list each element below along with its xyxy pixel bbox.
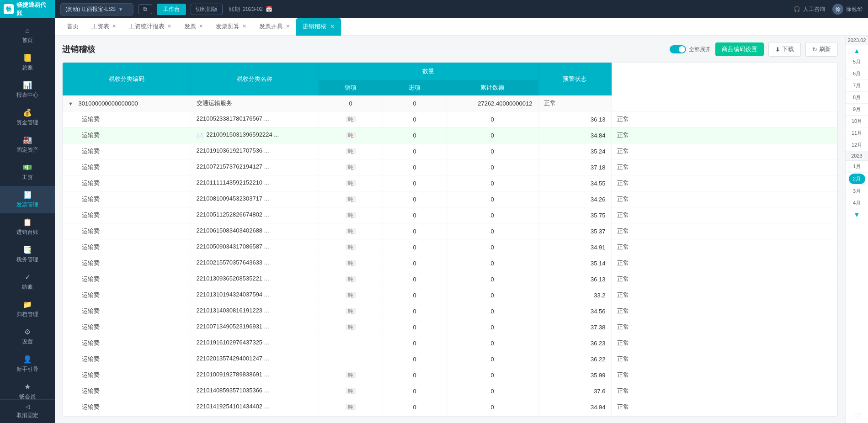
calendar-month-6[interactable]: 6月 xyxy=(846,68,868,80)
sales-cell: 0 xyxy=(383,239,447,255)
sidebar-item-label: 发票管理 xyxy=(16,201,38,209)
tab-invoice-calc-close-icon[interactable]: ✕ xyxy=(242,23,246,29)
sidebar-item-settlement[interactable]: ✓ 结账 xyxy=(0,268,55,296)
toggle-track[interactable] xyxy=(670,45,686,53)
tab-salary-stats[interactable]: 工资统计报表 ✕ xyxy=(122,18,178,36)
unit-tag: 吨 xyxy=(346,404,356,410)
tab-salary-close-icon[interactable]: ✕ xyxy=(112,23,116,29)
user-profile[interactable]: 徐 徐逸华 xyxy=(832,4,863,15)
copy-button[interactable]: ⧉ xyxy=(138,4,152,14)
sidebar-item-archive[interactable]: 📁 归档管理 xyxy=(0,296,55,323)
tab-invoice[interactable]: 发票 ✕ xyxy=(178,18,209,36)
sidebar-item-report-center[interactable]: 📊 报表中心 xyxy=(0,76,55,104)
invoice-no: 22100721573762194127 ... xyxy=(197,163,269,170)
invoice-no: 22100810094532303717 ... xyxy=(197,195,269,202)
purchase-cell: 0 xyxy=(447,335,538,351)
sidebar-item-settings[interactable]: ⚙ 设置 xyxy=(0,323,55,350)
tab-home[interactable]: 首页 xyxy=(60,18,85,36)
favorite-icon[interactable]: ♡ xyxy=(846,409,868,423)
archive-icon: 📁 xyxy=(23,300,32,309)
total-cell: 36.72 xyxy=(538,415,611,417)
invoice-no-cell: 22101910361921707536 ... xyxy=(191,143,319,159)
tab-purchase-close-icon[interactable]: ✕ xyxy=(330,23,335,30)
tag-cell: 吨 xyxy=(319,143,383,159)
table-row: 运输费22101910361921707536 ...吨0035.24正常 xyxy=(63,143,837,159)
child-name: 运输费 xyxy=(68,307,100,314)
tab-salary-table-label: 工资表 xyxy=(91,22,109,31)
calendar-up-arrow[interactable]: ▲ xyxy=(846,45,868,56)
total-cell: 35.75 xyxy=(538,207,611,223)
status-cell: 正常 xyxy=(611,319,837,335)
invoice-no-cell: 22100509034317086587 ... xyxy=(191,239,319,255)
calendar-month-3[interactable]: 3月 xyxy=(846,185,868,197)
collapse-icon[interactable]: ▼ xyxy=(68,101,73,106)
refresh-button[interactable]: ↻ 刷新 xyxy=(805,42,838,57)
calendar-month-active[interactable]: 2月 xyxy=(849,174,865,185)
invoice-no-cell: 22100523381780176567 ... xyxy=(191,111,319,127)
calendar-down-arrow[interactable]: ▼ xyxy=(846,209,868,220)
sales-cell: 0 xyxy=(383,415,447,417)
tag-cell: 吨 xyxy=(319,255,383,271)
invoice-no-cell: 22101314030816191223 ... xyxy=(191,303,319,319)
download-button[interactable]: ⬇ 下载 xyxy=(768,42,801,57)
expand-toggle[interactable]: 全部展开 xyxy=(670,45,711,53)
sidebar-item-invoice-management[interactable]: 🧾 发票管理 xyxy=(0,186,55,213)
sidebar-item-general-ledger[interactable]: 📒 总账 xyxy=(0,49,55,76)
service-button[interactable]: 🎧 人工咨询 xyxy=(793,5,825,13)
calendar-month-12[interactable]: 12月 xyxy=(846,139,868,151)
sidebar-item-purchase-sales[interactable]: 📋 进销台账 xyxy=(0,213,55,241)
sidebar-item-label: 首页 xyxy=(22,37,33,44)
child-name: 运输费 xyxy=(68,291,100,298)
sidebar-item-fund-management[interactable]: 💰 资金管理 xyxy=(0,104,55,131)
sidebar-item-label: 结账 xyxy=(22,283,33,291)
user-name: 徐逸华 xyxy=(846,5,863,13)
page-title: 进销稽核 xyxy=(62,44,95,55)
total-cell: 33.2 xyxy=(538,287,611,303)
calendar-month-11[interactable]: 11月 xyxy=(846,127,868,139)
child-name: 运输费 xyxy=(68,243,100,250)
calendar-month-7[interactable]: 7月 xyxy=(846,80,868,92)
total-cell: 34.94 xyxy=(538,399,611,415)
calendar-month-9[interactable]: 9月 xyxy=(846,104,868,116)
sidebar-menu: ⌂ 首页 📒 总账 📊 报表中心 💰 资金管理 🏭 固定资产 💵 工资 xyxy=(0,18,55,399)
tax-icon: 📑 xyxy=(23,245,32,254)
sidebar-item-home[interactable]: ⌂ 首页 xyxy=(0,22,55,49)
company-selector[interactable]: (勿动) 江西报宝-LSS ▼ xyxy=(60,3,133,16)
tab-invoice-issue[interactable]: 发票开具 ✕ xyxy=(253,18,296,36)
table-row: 运输费 22100523381780176567 ... 吨 0 0 36.13… xyxy=(63,111,837,127)
sidebar-item-member[interactable]: ★ 畅会员 xyxy=(0,378,55,399)
tag-cell: 吨 xyxy=(319,207,383,223)
invoice-no: 22101916102976437325 ... xyxy=(197,339,269,346)
product-code-button[interactable]: 商品编码设置 xyxy=(715,42,764,56)
sales-cell: 0 xyxy=(383,223,447,239)
invoice-no-cell: 22102013574294001247 ... xyxy=(191,351,319,367)
invoice-no-cell: 22101408593571035366 ... xyxy=(191,383,319,399)
tab-salary-stats-close-icon[interactable]: ✕ xyxy=(167,23,171,29)
child-name-cell: 运输费 xyxy=(63,191,191,207)
tab-invoice-issue-close-icon[interactable]: ✕ xyxy=(286,23,290,29)
user-avatar: 徐 xyxy=(832,4,843,15)
tab-bar: 首页 工资表 ✕ 工资统计报表 ✕ 发票 ✕ 发票测算 ✕ 发票开具 ✕ xyxy=(55,18,868,36)
main-container: (勿动) 江西报宝-LSS ▼ ⧉ 工作台 切到旧版 账期 2023-02 📅 … xyxy=(55,0,868,423)
purchase-cell: 0 xyxy=(447,239,538,255)
calendar-month-10[interactable]: 10月 xyxy=(846,116,868,127)
sidebar-unpin-button[interactable]: ◁ 取消固定 xyxy=(0,399,55,423)
calendar-month-1[interactable]: 1月 xyxy=(846,161,868,173)
tab-salary-table[interactable]: 工资表 ✕ xyxy=(85,18,122,36)
calendar-month-5[interactable]: 5月 xyxy=(846,56,868,68)
sidebar-item-new-guide[interactable]: 👤 新手引导 xyxy=(0,350,55,378)
sidebar-item-fixed-assets[interactable]: 🏭 固定资产 xyxy=(0,131,55,159)
invoice-no-cell: 22101820212692571958 ... xyxy=(191,415,319,417)
sidebar-item-tax-management[interactable]: 📑 税务管理 xyxy=(0,241,55,268)
tab-purchase-sales-check[interactable]: 进销稽核 ✕ xyxy=(296,18,341,36)
switch-old-button[interactable]: 切到旧版 xyxy=(191,4,223,15)
calendar-month-4[interactable]: 4月 xyxy=(846,197,868,209)
child-name: 运输费 xyxy=(68,180,100,186)
unit-tag: 吨 xyxy=(346,196,356,202)
tab-invoice-close-icon[interactable]: ✕ xyxy=(199,23,203,29)
tab-invoice-calc[interactable]: 发票测算 ✕ xyxy=(209,18,253,36)
parent-code-cell: ▼ 301000000000000000 xyxy=(63,95,191,111)
calendar-month-8[interactable]: 8月 xyxy=(846,92,868,104)
workbench-button[interactable]: 工作台 xyxy=(157,4,186,15)
sidebar-item-salary[interactable]: 💵 工资 xyxy=(0,159,55,186)
